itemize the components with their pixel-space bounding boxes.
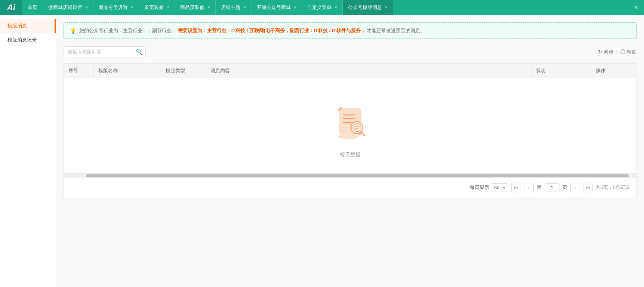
search-right: ↻ 同步 | ⓘ 帮助: [598, 49, 637, 55]
nav-tab-store[interactable]: 微商城店铺设置 ×: [43, 0, 93, 15]
nav-tab-home-decor-label: 首页装修: [144, 4, 164, 11]
banner-highlight: 需要设置为：主营行业：IT科技 / 互联网|电子商务，副营行业：IT科技 / I…: [178, 28, 366, 33]
nav-tab-menu[interactable]: 自定义菜单 ×: [302, 0, 343, 15]
nav-close-all-button[interactable]: ×: [629, 4, 644, 11]
nav-tab-home[interactable]: 首页: [22, 0, 43, 15]
search-bar: 🔍 ↻ 同步 | ⓘ 帮助: [64, 46, 637, 57]
banner-text-after: 才能正常发送预置的消息。: [367, 28, 425, 33]
sync-button[interactable]: ↻ 同步: [598, 49, 613, 55]
sidebar-item-template-msg-label: 模版消息: [7, 23, 27, 28]
empty-text: 暂无数据: [340, 152, 361, 158]
divider: |: [616, 49, 617, 55]
page-unit: 页: [563, 184, 567, 191]
col-template-name: 模版名称: [94, 64, 161, 78]
col-index: 序号: [64, 64, 94, 78]
nav-tab-home-label: 首页: [28, 4, 37, 11]
scrollbar-thumb[interactable]: [86, 174, 629, 177]
page-label: 第: [537, 184, 542, 191]
sidebar: 模版消息 模版消息记录: [0, 15, 56, 287]
nav-tab-mall-label: 开通公众号商城: [257, 4, 291, 11]
col-message-content: 消息内容: [206, 64, 531, 78]
content-area: 💡 您的公众号行业为：主营行业：，副营行业： 需要设置为：主营行业：IT科技 /…: [56, 15, 644, 287]
page-last-button[interactable]: ⏭: [583, 183, 593, 192]
sidebar-item-template-msg[interactable]: 模版消息: [0, 19, 56, 33]
sync-label: 同步: [604, 49, 613, 55]
nav-tab-menu-label: 自定义菜单: [307, 4, 332, 11]
nav-tab-category[interactable]: 商品分类设置 ×: [93, 0, 139, 15]
help-label: 帮助: [627, 49, 637, 55]
nav-tab-theme-label: 店铺主题: [221, 4, 240, 11]
pagination: 每页显示 50 ▼ ⏮ ‹ 第 页 › ⏭ 共0页，0条记录: [64, 178, 636, 197]
page-size-dropdown-wrapper[interactable]: 50 ▼: [491, 183, 508, 192]
nav-tab-template-msg-label: 公众号模版消息: [348, 4, 382, 11]
nav-tab-store-label: 微商城店铺设置: [48, 4, 82, 11]
search-input-wrapper: 🔍: [64, 46, 146, 57]
svg-point-5: [353, 123, 361, 132]
banner-text-before: 您的公众号行业为：主营行业：，副营行业：: [79, 28, 176, 33]
info-banner: 💡 您的公众号行业为：主营行业：，副营行业： 需要设置为：主营行业：IT科技 /…: [64, 22, 637, 39]
nav-tab-theme-close[interactable]: ×: [243, 5, 246, 10]
banner-text: 您的公众号行业为：主营行业：，副营行业： 需要设置为：主营行业：IT科技 / 互…: [79, 27, 425, 34]
search-input[interactable]: [64, 46, 146, 57]
col-actions: 操作: [591, 64, 636, 78]
horizontal-scrollbar[interactable]: [64, 173, 636, 178]
nav-tab-category-label: 商品分类设置: [99, 4, 128, 11]
col-status: 状态: [531, 64, 591, 78]
search-button[interactable]: 🔍: [136, 49, 143, 55]
nav-tab-template-msg-close[interactable]: ×: [385, 5, 388, 10]
main-layout: 模版消息 模版消息记录 💡 您的公众号行业为：主营行业：，副营行业： 需要设置为…: [0, 15, 644, 287]
nav-tab-product-decor[interactable]: 商品页装修 ×: [175, 0, 216, 15]
nav-tab-mall-close[interactable]: ×: [294, 5, 296, 10]
page-size-label: 每页显示: [470, 184, 489, 191]
help-button[interactable]: ⓘ 帮助: [620, 49, 637, 55]
table-header: 序号 模版名称 模版类型 消息内容 状态 操作: [64, 64, 636, 78]
help-icon: ⓘ: [620, 49, 625, 55]
nav-tab-category-close[interactable]: ×: [131, 5, 133, 10]
sidebar-item-template-msg-records-label: 模版消息记录: [7, 37, 37, 43]
nav-tab-store-close[interactable]: ×: [85, 5, 88, 10]
empty-illustration: [328, 101, 373, 146]
page-first-button[interactable]: ⏮: [511, 183, 521, 192]
sync-icon: ↻: [598, 49, 602, 55]
col-template-type: 模版类型: [161, 64, 206, 78]
nav-tab-product-decor-label: 商品页装修: [180, 4, 204, 11]
top-nav: Ai 首页 微商城店铺设置 × 商品分类设置 × 首页装修 × 商品页装修 × …: [0, 0, 644, 15]
data-table: 序号 模版名称 模版类型 消息内容 状态 操作: [64, 63, 637, 197]
search-left: 🔍: [64, 46, 146, 57]
sidebar-item-template-msg-records[interactable]: 模版消息记录: [0, 33, 56, 47]
page-size-value[interactable]: 50: [491, 183, 508, 192]
page-prev-button[interactable]: ‹: [524, 183, 534, 192]
nav-tab-home-decor[interactable]: 首页装修 ×: [139, 0, 175, 15]
logo: Ai: [0, 0, 22, 15]
nav-tab-mall[interactable]: 开通公众号商城 ×: [252, 0, 302, 15]
nav-tab-template-msg[interactable]: 公众号模版消息 ×: [343, 0, 393, 15]
page-size-select: 每页显示 50 ▼: [470, 183, 508, 192]
page-next-button[interactable]: ›: [570, 183, 580, 192]
nav-tab-product-decor-close[interactable]: ×: [207, 5, 210, 10]
nav-tab-home-decor-close[interactable]: ×: [167, 5, 169, 10]
bulb-icon: 💡: [70, 28, 76, 34]
nav-tab-theme[interactable]: 店铺主题 ×: [216, 0, 252, 15]
total-info: 共0页，0条记录: [596, 184, 630, 191]
empty-state: 暂无数据: [64, 78, 636, 173]
page-number-input[interactable]: [545, 183, 560, 192]
nav-tab-menu-close[interactable]: ×: [335, 5, 337, 10]
